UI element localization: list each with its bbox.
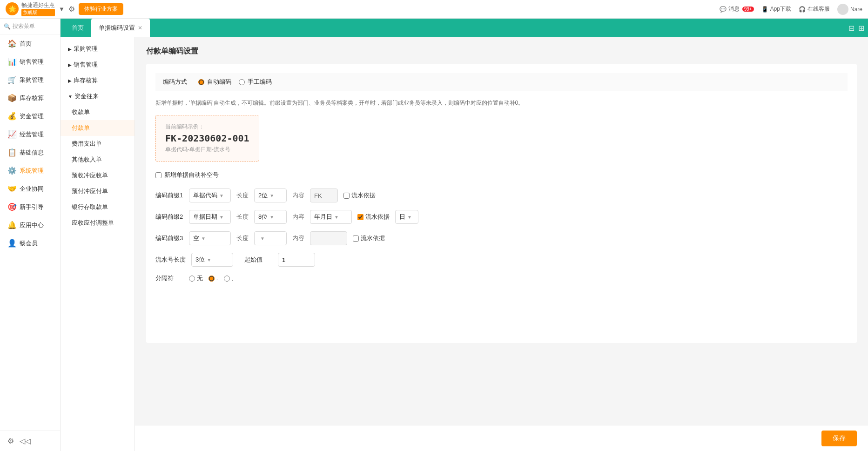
sidebar-item-appstore[interactable]: 🔔 应用中心 — [0, 216, 60, 234]
sub-item-expense[interactable]: 费用支出单 — [61, 136, 135, 152]
tab-close-icon[interactable]: ✕ — [138, 25, 142, 31]
watermark2-unit-select[interactable]: 日 ▼ — [395, 210, 418, 224]
prefix3-select[interactable]: 空 ▼ — [189, 231, 231, 245]
save-button[interactable]: 保存 — [821, 431, 857, 446]
sub-group-inventory[interactable]: ▶ 库存核算 — [61, 73, 135, 88]
sidebar-item-operations[interactable]: 📈 经营管理 — [0, 125, 60, 143]
sidebar-item-system[interactable]: ⚙️ 系统管理 — [0, 162, 60, 180]
finance-icon: 💰 — [7, 112, 16, 121]
sidebar-item-member[interactable]: 👤 畅会员 — [0, 234, 60, 252]
sidebar: 🔍 搜索菜单 🏠 首页 📊 销售管理 🛒 采购管理 📦 库存核算 💰 资金管理 … — [0, 0, 61, 451]
trial-btn[interactable]: 体验行业方案 — [79, 3, 123, 15]
auto-fill-checkbox[interactable] — [155, 172, 161, 178]
sub-item-prepaid-payable[interactable]: 预付冲应付单 — [61, 183, 135, 199]
sidebar-item-basics[interactable]: 📋 基础信息 — [0, 143, 60, 162]
code-example-box: 当前编码示例： FK-20230602-001 单据代码-单据日期-流水号 — [155, 115, 259, 162]
prefix2-select[interactable]: 单据日期 ▼ — [189, 210, 231, 224]
online-service-btn[interactable]: 🎧 在线客服 — [799, 5, 830, 13]
sub-item-other-income[interactable]: 其他收入单 — [61, 152, 135, 168]
sidebar-item-purchase[interactable]: 🛒 采购管理 — [0, 71, 60, 89]
purchase-icon: 🛒 — [7, 75, 16, 84]
auto-fill-label: 新增单据自动补空号 — [164, 171, 219, 179]
separator-none-radio[interactable] — [189, 276, 195, 282]
length1-select[interactable]: 2位 ▼ — [254, 188, 287, 202]
manual-code-label: 手工编码 — [248, 78, 272, 86]
appstore-icon: 🔔 — [7, 221, 16, 229]
tab-maximize-icon[interactable]: ⊞ — [858, 24, 864, 33]
username-label: Nare — [850, 6, 862, 13]
sidebar-appstore-label: 应用中心 — [20, 221, 44, 229]
guide-icon: 🎯 — [7, 202, 16, 211]
sidebar-system-label: 系统管理 — [20, 167, 44, 175]
sidebar-item-enterprise[interactable]: 🤝 企业协同 — [0, 180, 60, 198]
separator-dash-option[interactable]: - — [209, 275, 218, 282]
top-bar-left: 🌟 畅捷通好生意 旗舰版 ▼ ⚙ 体验行业方案 — [6, 2, 123, 16]
sub-item-ar-ap-adjust-label: 应收应付调整单 — [72, 219, 114, 227]
content1-value: FK — [314, 192, 322, 199]
sidebar-bottom: ⚙ ◁◁ — [0, 431, 60, 451]
sidebar-item-finance[interactable]: 💰 资金管理 — [0, 107, 60, 125]
avatar — [837, 4, 848, 15]
manual-code-radio[interactable] — [239, 79, 245, 85]
separator-dot-option[interactable]: . — [224, 275, 234, 282]
separator-dot-radio[interactable] — [224, 276, 230, 282]
sidebar-item-home[interactable]: 🏠 首页 — [0, 34, 60, 53]
message-btn[interactable]: 💬 消息 99+ — [720, 5, 754, 13]
content2-select[interactable]: 年月日 ▼ — [310, 210, 352, 224]
prefix1-select[interactable]: 单据代码 ▼ — [189, 188, 231, 202]
content3-input — [310, 231, 347, 245]
app-download-btn[interactable]: 📱 App下载 — [761, 5, 791, 13]
nav-tabs-actions: ⊟ ⊞ — [848, 24, 864, 33]
member-icon: 👤 — [7, 239, 16, 248]
nav-dropdown-btn[interactable]: ▼ — [59, 6, 65, 13]
sidebar-search[interactable]: 🔍 搜索菜单 — [0, 19, 60, 34]
prefix3-row: 编码前缀3 空 ▼ 长度 ▼ 内容 流水依据 — [155, 231, 848, 245]
sub-item-payment[interactable]: 付款单 — [61, 120, 135, 136]
system-icon: ⚙️ — [7, 166, 16, 175]
sub-group-capital[interactable]: ▼ 资金往来 — [61, 88, 135, 104]
message-icon: 💬 — [720, 6, 727, 13]
watermark3-checkbox[interactable] — [353, 236, 359, 242]
sub-item-bank[interactable]: 银行存取款单 — [61, 199, 135, 215]
tab-minimize-icon[interactable]: ⊟ — [848, 24, 855, 33]
length3-select[interactable]: ▼ — [254, 231, 287, 245]
sidebar-item-inventory[interactable]: 📦 库存核算 — [0, 89, 60, 107]
prefix1-dropdown-icon: ▼ — [219, 193, 224, 198]
prefix2-row: 编码前缀2 单据日期 ▼ 长度 8位 ▼ 内容 年月日 ▼ 流水依据 日 ▼ — [155, 210, 848, 224]
start-value-input[interactable] — [278, 253, 315, 267]
length1-dropdown-icon: ▼ — [269, 193, 274, 198]
length2-select[interactable]: 8位 ▼ — [254, 210, 287, 224]
separator-none-label: 无 — [197, 274, 203, 283]
watermark1-checkbox[interactable] — [343, 193, 350, 199]
sidebar-guide-label: 新手引导 — [20, 203, 44, 211]
sub-item-expense-label: 费用支出单 — [72, 140, 102, 148]
separator-dash-radio[interactable] — [209, 276, 215, 282]
length3-label: 长度 — [236, 234, 249, 242]
sub-item-prepaid-receivable[interactable]: 预收冲应收单 — [61, 168, 135, 183]
auto-code-radio-label[interactable]: 自动编码 — [198, 78, 231, 86]
settings-bottom-icon[interactable]: ⚙ — [7, 437, 14, 445]
sidebar-item-sales[interactable]: 📊 销售管理 — [0, 53, 60, 71]
sub-item-receipt[interactable]: 收款单 — [61, 104, 135, 120]
sub-group-purchase[interactable]: ▶ 采购管理 — [61, 41, 135, 57]
sub-item-ar-ap-adjust[interactable]: 应收应付调整单 — [61, 215, 135, 231]
tab-home[interactable]: 首页 — [64, 19, 91, 37]
serial-row: 流水号长度 3位 ▼ 起始值 — [155, 253, 848, 267]
separator-none-option[interactable]: 无 — [189, 274, 203, 283]
user-avatar-btn[interactable]: Nare — [837, 4, 862, 15]
sub-item-prepaid-receivable-label: 预收冲应收单 — [72, 171, 108, 180]
tab-code-settings[interactable]: 单据编码设置 ✕ — [91, 19, 150, 37]
sidebar-item-guide[interactable]: 🎯 新手引导 — [0, 198, 60, 216]
collapse-icon[interactable]: ◁◁ — [20, 437, 31, 445]
auto-code-radio[interactable] — [198, 79, 204, 85]
serial-length-select[interactable]: 3位 ▼ — [191, 253, 233, 267]
separator-dash-label: - — [216, 275, 218, 282]
sidebar-basics-label: 基础信息 — [20, 148, 44, 157]
app-badge: 旗舰版 — [21, 9, 55, 16]
manual-code-radio-label[interactable]: 手工编码 — [239, 78, 272, 86]
sub-group-sales[interactable]: ▶ 销售管理 — [61, 57, 135, 73]
sub-item-payment-label: 付款单 — [72, 124, 90, 132]
download-icon: 📱 — [761, 6, 768, 13]
settings-icon[interactable]: ⚙ — [68, 5, 75, 13]
watermark2-checkbox[interactable] — [357, 214, 363, 220]
